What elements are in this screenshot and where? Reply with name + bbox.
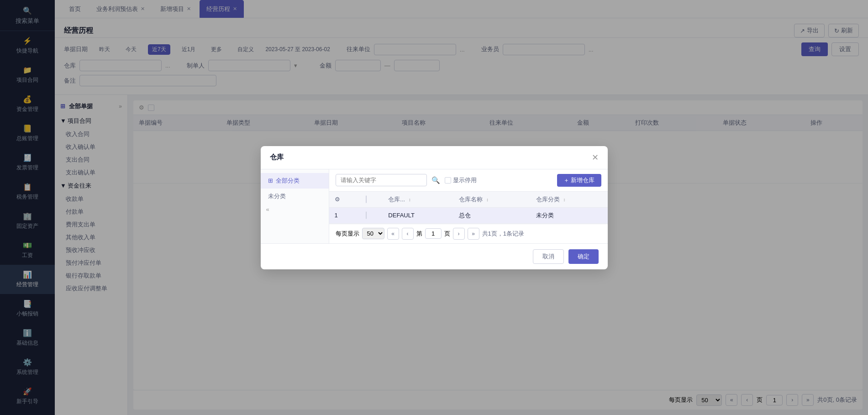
modal-cat-all[interactable]: ⊞ 全部分类 [261, 173, 329, 189]
table-row[interactable]: 1 DEFAULT 总仓 未分类 [329, 207, 608, 223]
row-category: 未分类 [531, 207, 608, 223]
modal-cat-collapse[interactable]: « [261, 204, 329, 215]
gear-icon[interactable]: ⚙ [335, 196, 340, 203]
select-all-checkbox[interactable] [366, 195, 367, 203]
modal-search-icon[interactable]: 🔍 [431, 176, 440, 184]
col-warehouse-name[interactable]: 仓库名称 ↕ [453, 192, 531, 208]
modal-page-input[interactable] [425, 228, 442, 239]
row-index: 1 [329, 207, 360, 223]
modal-overlay: 仓库 ✕ ⊞ 全部分类 未分类 « [0, 0, 868, 415]
modal-cat-uncategorized[interactable]: 未分类 [261, 189, 329, 204]
grid-icon: ⊞ [268, 177, 273, 184]
row-name: 总仓 [453, 207, 531, 223]
modal-show-disabled[interactable]: 显示停用 [445, 176, 477, 184]
col-checkbox [360, 192, 383, 208]
row-code: DEFAULT [383, 207, 453, 223]
modal-page-label-pre: 第 [416, 230, 422, 238]
modal-category-panel: ⊞ 全部分类 未分类 « [261, 169, 329, 243]
sort-icon: ↕ [486, 197, 489, 202]
col-warehouse-code[interactable]: 仓库... ↕ [383, 192, 453, 208]
sort-icon: ↕ [563, 197, 566, 202]
add-warehouse-button[interactable]: ＋ 新增仓库 [557, 174, 601, 187]
modal-header: 仓库 ✕ [261, 146, 608, 169]
modal-page-label: 页 [444, 230, 450, 238]
col-gear: ⚙ [329, 192, 360, 208]
modal-close-button[interactable]: ✕ [592, 152, 599, 163]
modal-body: ⊞ 全部分类 未分类 « 🔍 显示停用 [261, 169, 608, 243]
modal-page-size-select[interactable]: 50 [362, 228, 384, 239]
col-warehouse-category[interactable]: 仓库分类 ↕ [531, 192, 608, 208]
row-checkbox-input[interactable] [366, 211, 367, 219]
confirm-button[interactable]: 确定 [568, 249, 599, 264]
modal-first-page[interactable]: « [387, 228, 399, 240]
modal-toolbar: 🔍 显示停用 ＋ 新增仓库 [329, 169, 608, 192]
modal-total-info: 共1页，1条记录 [482, 230, 524, 238]
modal-next-page[interactable]: › [453, 228, 465, 240]
cancel-button[interactable]: 取消 [533, 249, 564, 264]
modal-search-input[interactable] [336, 174, 427, 186]
modal-actions: 取消 确定 [261, 243, 608, 269]
disabled-checkbox[interactable] [445, 177, 451, 184]
modal-warehouse-table: ⚙ 仓库... ↕ 仓库名称 [329, 192, 608, 224]
modal-content-panel: 🔍 显示停用 ＋ 新增仓库 ⚙ [329, 169, 608, 243]
modal-prev-page[interactable]: ‹ [402, 228, 414, 240]
modal-table-wrap: ⚙ 仓库... ↕ 仓库名称 [329, 192, 608, 224]
modal-last-page[interactable]: » [468, 228, 479, 240]
warehouse-modal: 仓库 ✕ ⊞ 全部分类 未分类 « [261, 146, 608, 269]
sort-icon: ↕ [409, 197, 411, 202]
modal-page-size-label: 每页显示 [336, 230, 359, 238]
row-checkbox[interactable] [360, 207, 383, 223]
modal-title: 仓库 [270, 153, 284, 162]
modal-pagination: 每页显示 50 « ‹ 第 页 › » 共1页，1条记录 [329, 224, 608, 243]
